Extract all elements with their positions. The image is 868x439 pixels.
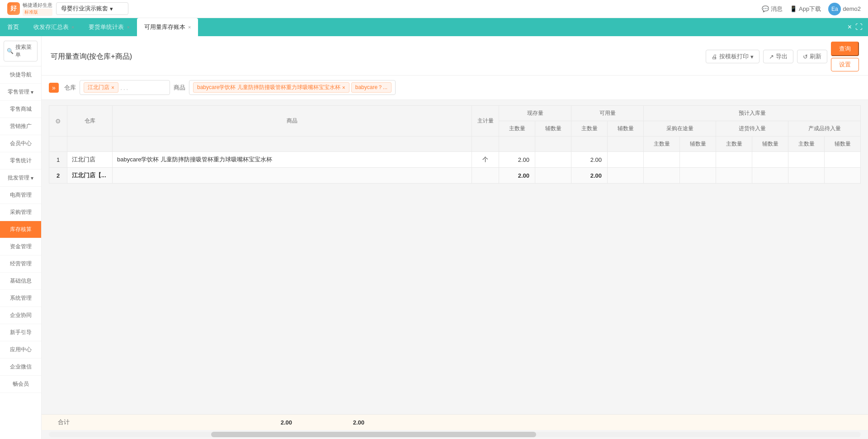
sidebar-item-inventory[interactable]: 库存核算 [0,221,41,238]
td-goods-in-main-2 [716,168,752,184]
sidebar-item-ecommerce[interactable]: 电商管理 [0,187,41,204]
top-bar: 好 畅捷通好生意 标准版 母婴行业演示账套 💬 消息 📱 App下载 Ea de… [0,0,868,18]
sidebar-item-basic-info[interactable]: 基础信息 [0,273,41,290]
td-avail-main-1: 2.00 [571,152,608,168]
fullscreen-btn[interactable]: ⛶ [855,23,863,31]
sidebar-item-retail-mgmt[interactable]: 零售管理 [0,84,41,101]
search-menu-label: 搜索菜单 [15,43,34,59]
filter-row: 仓库 江北门店 ... 商品 babycare学饮杯 儿童防摔防撞吸管杯重力球吸… [64,80,861,95]
th-sub-stock-main-empty [499,137,535,152]
warehouse-tag: 江北门店 [84,82,118,93]
avatar-text: Ea [831,6,838,12]
tab-available-stock-close[interactable] [188,24,191,30]
close-all-tabs-btn[interactable]: × [848,23,852,31]
footer-values: 2.00 2.00 [261,419,370,426]
sidebar-item-finance[interactable]: 资金管理 [0,238,41,255]
search-menu-btn[interactable]: 🔍 搜索菜单 [4,41,38,61]
warehouse-tag-close[interactable] [111,85,114,91]
chevron-down-icon [31,175,33,181]
sidebar-item-operations[interactable]: 经营管理 [0,255,41,273]
sidebar-item-quick-nav[interactable]: 快捷导航 [0,66,41,84]
footer-total-label: 合计 [49,418,117,426]
goods-filter-label: 商品 [174,84,185,92]
print-btn[interactable]: 🖨 按模板打印 [706,50,760,63]
logo-area: 好 畅捷通好生意 标准版 [7,2,52,15]
sidebar-quick-nav-label: 快捷导航 [10,71,32,78]
settings-icon[interactable]: ⚙ [55,118,61,125]
tab-demand-summary-close[interactable] [127,24,129,30]
company-name: 母婴行业演示账套 [61,5,108,13]
td-avail-main-2: 2.00 [571,168,608,184]
footer-stock-total: 2.00 [261,419,297,426]
footer-available-total: 2.00 [334,419,370,426]
tab-home[interactable]: 首页 [0,18,26,36]
table-scroll-bar[interactable] [49,432,861,437]
top-bar-right: 💬 消息 📱 App下载 Ea demo2 [762,3,861,15]
export-btn[interactable]: ↗ 导出 [763,50,793,63]
sidebar-item-marketing[interactable]: 营销推广 [0,118,41,135]
nav-tabs: 首页 收发存汇总表 要货单统计表 可用量库存账本 × ⛶ [0,18,868,36]
goods-tag-1-close[interactable] [342,85,345,91]
th-settings[interactable]: ⚙ [49,106,67,137]
print-icon: 🖨 [712,53,717,60]
sidebar-item-system-mgmt[interactable]: 系统管理 [0,290,41,307]
td-goods-in-aux-1 [752,152,788,168]
th-purchase-aux: 辅数量 [680,137,716,152]
sidebar-item-retail-mall[interactable]: 零售商城 [0,101,41,118]
th-purchase-main: 主数量 [644,137,680,152]
warehouse-filter-label: 仓库 [64,84,76,92]
query-btn[interactable]: 查询 [831,42,859,56]
tab-demand-summary-label: 要货单统计表 [89,23,124,31]
settings-label: 设置 [839,61,851,68]
td-goods-in-main-1 [716,152,752,168]
tab-demand-summary[interactable]: 要货单统计表 [81,18,137,36]
sidebar-item-purchase[interactable]: 采购管理 [0,204,41,221]
company-selector[interactable]: 母婴行业演示账套 [56,2,128,15]
warehouse-filter-input[interactable]: 江北门店 ... [80,80,170,95]
settings-btn[interactable]: 设置 [831,58,859,71]
sidebar-retail-mall-label: 零售商城 [10,106,32,112]
td-product-in-main-1 [788,152,825,168]
tab-collect-summary-label: 收发存汇总表 [33,23,69,31]
sidebar-item-app-center[interactable]: 应用中心 [0,341,41,359]
goods-tag-1-text: babycare学饮杯 儿童防摔防撞吸管杯重力球吸嘴杯宝宝水杯 [197,84,340,91]
content-area: 可用量查询(按仓库+商品) 🖨 按模板打印 ↗ 导出 ↺ 刷新 查询 [42,36,868,439]
th-stock-aux: 辅数量 [535,121,571,137]
sidebar-item-new-guide[interactable]: 新手引导 [0,324,41,341]
goods-tag-2: babycare？... [351,82,392,93]
sidebar-item-enterprise-collab[interactable]: 企业协同 [0,307,41,324]
td-stock-aux-1 [535,152,571,168]
sidebar-retail-stats-label: 零售统计 [10,157,32,164]
sidebar-item-retail-stats[interactable]: 零售统计 [0,152,41,170]
td-product-in-aux-2 [825,168,861,184]
logo-tag: 标准版 [23,9,52,16]
sidebar-marketing-label: 营销推广 [10,123,32,129]
table-scroll-thumb[interactable] [211,432,536,437]
sidebar-inventory-label: 库存核算 [10,226,32,232]
tab-collect-summary-close[interactable] [71,24,74,30]
user-info[interactable]: Ea demo2 [828,3,861,15]
table-container: ⚙ 仓库 商品 主计量 现存量 [42,100,868,414]
sidebar-item-enterprise-wechat[interactable]: 企业微信 [0,359,41,376]
sidebar-item-vip-member[interactable]: 畅会员 [0,376,41,393]
td-stock-main-1: 2.00 [499,152,535,168]
app-download-btn[interactable]: 📱 App下载 [790,5,821,13]
tab-collect-summary[interactable]: 收发存汇总表 [26,18,81,36]
refresh-btn[interactable]: ↺ 刷新 [797,50,827,63]
logo-icon: 好 [7,2,20,15]
message-label: 消息 [771,5,783,13]
th-stock-main: 主数量 [499,121,535,137]
filter-toggle-btn[interactable]: » [49,83,59,93]
sidebar-enterprise-collab-label: 企业协同 [10,312,32,318]
tab-available-stock[interactable]: 可用量库存账本 [137,18,198,36]
goods-filter-input[interactable]: babycare学饮杯 儿童防摔防撞吸管杯重力球吸嘴杯宝宝水杯 babycare… [189,80,396,95]
sidebar-item-member-center[interactable]: 会员中心 [0,135,41,152]
chevron-down-icon [31,89,33,95]
message-btn[interactable]: 💬 消息 [762,5,783,13]
th-available-main: 主数量 [571,121,608,137]
sidebar-item-wholesale-mgmt[interactable]: 批发管理 [0,170,41,187]
goods-tag-2-text: babycare？... [355,84,387,91]
warehouse-more-icon[interactable]: ... [120,84,129,92]
td-warehouse-1: 江北门店 [67,152,113,168]
sidebar-system-mgmt-label: 系统管理 [10,295,32,301]
